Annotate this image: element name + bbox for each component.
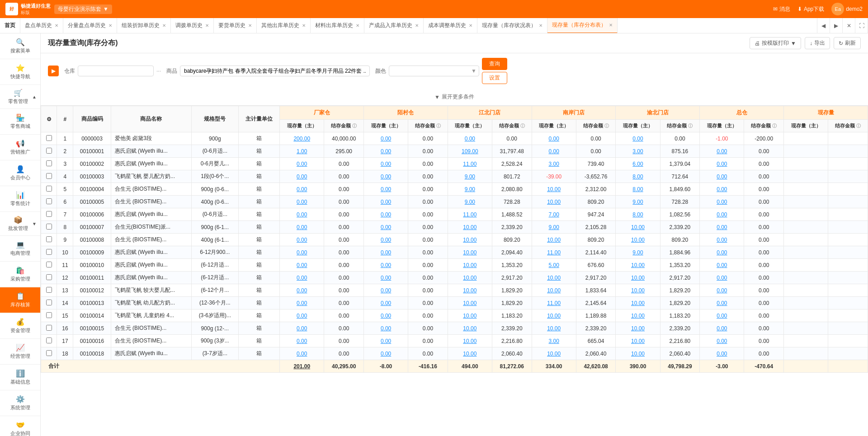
row-total-stock[interactable]: -1.00 [700, 132, 744, 145]
tab-close-icon[interactable]: ✕ [302, 23, 306, 28]
row-jiangbei-stock[interactable]: 9.00 [448, 196, 492, 208]
row-yube-stock[interactable]: 10.00 [616, 347, 660, 360]
row-jiangbei-stock[interactable]: 10.00 [448, 309, 492, 322]
checkbox[interactable] [46, 135, 52, 141]
tab-material-out[interactable]: 材料出库单历史 ✕ [311, 18, 364, 33]
total-yube-stock[interactable]: 390.00 [616, 360, 660, 373]
row-mountain-stock[interactable]: 0.00 [363, 196, 408, 208]
row-jiangbei-stock[interactable]: 10.00 [448, 322, 492, 335]
sidebar-item-basic-info[interactable]: ℹ️ 基础信息 [0, 365, 40, 390]
tab-close-icon[interactable]: ✕ [356, 23, 359, 28]
row-nanan-stock[interactable]: 10.00 [532, 272, 576, 284]
info-icon[interactable]: ⓘ [436, 123, 441, 128]
checkbox[interactable] [46, 338, 52, 343]
row-total-stock[interactable]: 0.00 [700, 145, 744, 158]
tab-stock-distribution[interactable]: 现存量（库存分布表） ✕ [547, 18, 618, 33]
row-nanan-stock[interactable]: 0.00 [532, 145, 576, 158]
row-checkbox[interactable] [41, 170, 57, 183]
user-area[interactable]: Ea demo2 [831, 3, 863, 15]
row-checkbox[interactable] [41, 259, 57, 272]
tab-close-icon[interactable]: ✕ [108, 23, 112, 28]
row-checkbox[interactable] [41, 132, 57, 145]
row-nanan-stock[interactable]: 10.00 [532, 284, 576, 297]
row-yube-stock[interactable]: 9.00 [616, 246, 660, 259]
row-total-stock[interactable]: 0.00 [700, 158, 744, 170]
row-mountain-stock[interactable]: 0.00 [363, 272, 408, 284]
row-factory-stock[interactable]: 0.00 [280, 170, 324, 183]
sidebar-item-inventory[interactable]: 📋 库存核算 [0, 287, 40, 313]
row-mountain-stock[interactable]: 0.00 [363, 347, 408, 360]
row-factory-stock[interactable]: 0.00 [280, 284, 324, 297]
tab-other-out[interactable]: 其他出库单历史 ✕ [257, 18, 311, 33]
info-icon[interactable]: ⓘ [772, 123, 777, 128]
tab-close-icon[interactable]: ✕ [248, 23, 252, 28]
setting-btn[interactable]: 设置 [482, 72, 507, 84]
row-checkbox[interactable] [41, 234, 57, 246]
row-checkbox[interactable] [41, 347, 57, 360]
row-jiangbei-stock[interactable]: 10.00 [448, 272, 492, 284]
query-btn[interactable]: 查询 [482, 58, 507, 70]
tab-close-icon[interactable]: ✕ [55, 23, 58, 28]
settings-icon[interactable]: ⚙ [47, 116, 52, 122]
tab-order[interactable]: 要货单历史 ✕ [214, 18, 257, 33]
row-yube-stock[interactable]: 10.00 [616, 284, 660, 297]
row-total-stock[interactable]: 0.00 [700, 347, 744, 360]
row-factory-stock[interactable]: 200.00 [280, 132, 324, 145]
row-jiangbei-stock[interactable]: 10.00 [448, 335, 492, 347]
sidebar-item-retail-stats[interactable]: 📊 零售统计 [0, 186, 40, 212]
row-mountain-stock[interactable]: 0.00 [363, 335, 408, 347]
row-mountain-stock[interactable]: 0.00 [363, 132, 408, 145]
row-checkbox[interactable] [41, 196, 57, 208]
tab-close-icon[interactable]: ✕ [609, 23, 613, 28]
checkbox[interactable] [46, 249, 52, 255]
print-btn[interactable]: 🖨 按模版打印 ▼ [750, 37, 801, 49]
info-icon[interactable]: ⓘ [856, 123, 861, 128]
row-nanan-stock[interactable]: 3.00 [532, 158, 576, 170]
sidebar-item-operations[interactable]: 📈 经营管理 [0, 339, 40, 365]
row-mountain-stock[interactable]: 0.00 [363, 284, 408, 297]
row-jiangbei-stock[interactable]: 11.00 [448, 208, 492, 221]
row-total-stock[interactable]: 0.00 [700, 196, 744, 208]
row-yube-stock[interactable]: 0.00 [616, 132, 660, 145]
row-jiangbei-stock[interactable]: 10.00 [448, 284, 492, 297]
row-factory-stock[interactable]: 0.00 [280, 297, 324, 309]
total-factory-stock[interactable]: 201.00 [280, 360, 324, 373]
row-total-stock[interactable]: 0.00 [700, 170, 744, 183]
info-icon[interactable]: ⓘ [604, 123, 609, 128]
row-mountain-stock[interactable]: 0.00 [363, 145, 408, 158]
tab-inventory-check[interactable]: 盘点单历史 ✕ [20, 18, 63, 33]
row-total-stock[interactable]: 0.00 [700, 234, 744, 246]
row-yube-stock[interactable]: 8.00 [616, 170, 660, 183]
row-factory-stock[interactable]: 0.00 [280, 246, 324, 259]
checkbox[interactable] [46, 160, 52, 166]
row-jiangbei-stock[interactable]: 9.00 [448, 170, 492, 183]
row-checkbox[interactable] [41, 158, 57, 170]
row-yube-stock[interactable]: 10.00 [616, 297, 660, 309]
sidebar-item-search[interactable]: 🔍 搜索英单 [0, 33, 40, 59]
checkbox[interactable] [46, 350, 52, 356]
tab-fullscreen-btn[interactable]: ⛶ [855, 18, 868, 33]
row-factory-stock[interactable]: 0.00 [280, 158, 324, 170]
row-mountain-stock[interactable]: 0.00 [363, 309, 408, 322]
checkbox[interactable] [46, 312, 52, 318]
row-total-stock[interactable]: 0.00 [700, 183, 744, 196]
row-mountain-stock[interactable]: 0.00 [363, 158, 408, 170]
color-input[interactable] [389, 66, 479, 76]
total-jiangbei-stock[interactable]: 494.00 [448, 360, 492, 373]
checkbox[interactable] [46, 274, 52, 280]
row-jiangbei-stock[interactable]: 10.00 [448, 297, 492, 309]
tab-close-all-btn[interactable]: ✕ [843, 18, 855, 33]
row-nanan-stock[interactable]: 3.00 [532, 335, 576, 347]
row-factory-stock[interactable]: 0.00 [280, 259, 324, 272]
row-checkbox[interactable] [41, 221, 57, 234]
tab-next-btn[interactable]: ▶ [830, 18, 843, 33]
row-yube-stock[interactable]: 10.00 [616, 309, 660, 322]
row-checkbox[interactable] [41, 309, 57, 322]
export-btn[interactable]: ↓ 导出 [805, 37, 830, 49]
checkbox[interactable] [46, 173, 52, 179]
row-jiangbei-stock[interactable]: 11.00 [448, 158, 492, 170]
sidebar-item-ecommerce[interactable]: 💻 电商管理 [0, 236, 40, 262]
row-factory-stock[interactable]: 0.00 [280, 347, 324, 360]
row-mountain-stock[interactable]: 0.00 [363, 183, 408, 196]
sidebar-item-purchase[interactable]: 🛍️ 采购管理 [0, 262, 40, 287]
